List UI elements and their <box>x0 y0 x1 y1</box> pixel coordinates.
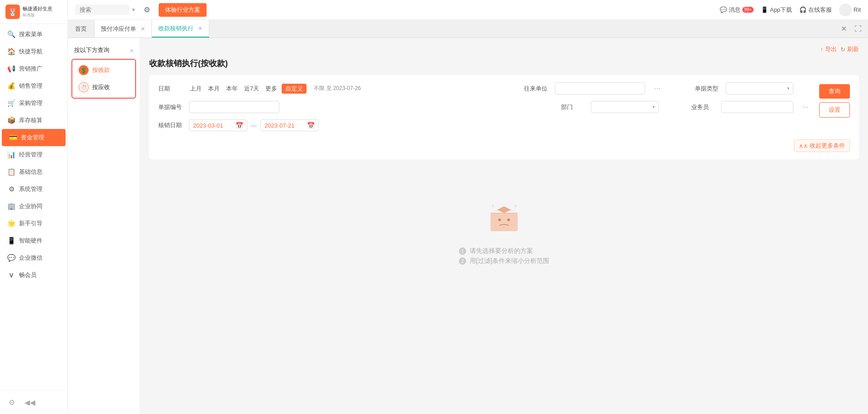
filter-collapse-icon[interactable]: » <box>130 47 133 54</box>
date-7days[interactable]: 近7天 <box>242 84 261 94</box>
export-icon: ↑ <box>821 46 824 53</box>
sidebar-item-label: 库存核算 <box>19 116 42 124</box>
header-gear-button[interactable]: ⚙ <box>141 4 153 16</box>
message-button[interactable]: 💬 消息 99+ <box>720 6 754 14</box>
sidebar-item-label: 系统管理 <box>19 185 42 193</box>
app-icon: 📱 <box>761 6 768 13</box>
verify-date-start-calendar-icon[interactable]: 📅 <box>236 122 243 129</box>
sidebar-logo: 🐰 畅捷通好生意 标准版 <box>0 0 67 24</box>
filter-option-by-receivable[interactable]: ⏱ 按应收 <box>72 79 135 96</box>
dropdown-chevron-icon[interactable]: ▾ <box>132 6 135 13</box>
empty-tip-2: 2 用[过滤]条件来缩小分析范围 <box>459 257 549 265</box>
top-header: ▾ ⚙ 体验行业方案 💬 消息 99+ 📱 App下载 🎧 在线客服 Rit <box>68 0 868 20</box>
salesperson-more-btn[interactable]: ··· <box>801 103 810 111</box>
logo-badge: 标准版 <box>23 12 52 18</box>
beginner-icon: 🌟 <box>7 219 15 228</box>
more-conditions-bar: ∧∧ 收起更多条件 <box>158 138 850 152</box>
sidebar-item-label: 搜索菜单 <box>19 30 42 38</box>
verify-date-start-input[interactable] <box>193 122 234 129</box>
tab-prepay[interactable]: 预付冲应付单 ✕ <box>94 20 152 38</box>
sidebar-item-enterprise[interactable]: 🏢 企业协同 <box>0 198 67 215</box>
verify-date-end-calendar-icon[interactable]: 📅 <box>307 122 315 129</box>
collapse-label: 收起更多条件 <box>810 142 845 150</box>
query-buttons: 查询 设置 <box>819 82 850 118</box>
tab-receivable-close[interactable]: ✕ <box>198 25 203 32</box>
refresh-button[interactable]: ↻ 刷新 <box>840 45 859 53</box>
department-label: 部门 <box>561 103 584 111</box>
sidebar-item-inventory[interactable]: 📦 库存核算 <box>0 112 67 129</box>
tab-expand-button[interactable]: ⛶ <box>852 23 864 35</box>
counterpart-more-btn[interactable]: ··· <box>652 85 662 93</box>
verify-date-end-input[interactable] <box>264 122 305 129</box>
sidebar-item-finance[interactable]: 💳 资金管理 <box>2 129 66 146</box>
message-badge: 99+ <box>742 7 754 13</box>
sidebar-item-label: 快捷导航 <box>19 48 42 56</box>
tab-receivable-label: 收款核销执行 <box>158 24 193 33</box>
industry-button[interactable]: 体验行业方案 <box>159 3 207 17</box>
service-icon: 🎧 <box>799 6 807 13</box>
tab-prepay-close[interactable]: ✕ <box>141 26 145 32</box>
search-input[interactable] <box>75 5 129 15</box>
sidebar-nav: 🔍 搜索菜单 🏠 快捷导航 📢 营销推广 💰 销售管理 🛒 采购管理 📦 库存核… <box>0 24 67 390</box>
sidebar-item-label: 资金管理 <box>21 133 44 142</box>
date-this-month[interactable]: 本月 <box>206 84 222 94</box>
tab-bar-actions: ✕ ⛶ <box>837 23 868 35</box>
user-profile[interactable]: Rit <box>839 4 861 16</box>
tab-close-all-button[interactable]: ✕ <box>837 23 850 35</box>
by-receivable-label: 按应收 <box>92 83 110 91</box>
sidebar-item-purchase[interactable]: 🛒 采购管理 <box>0 95 67 112</box>
sidebar-item-weixin[interactable]: 💬 企业微信 <box>0 249 67 266</box>
department-select[interactable] <box>591 101 659 113</box>
date-this-year[interactable]: 本年 <box>224 84 240 94</box>
query-button[interactable]: 查询 <box>819 84 850 99</box>
tab-prepay-label: 预付冲应付单 <box>101 25 136 33</box>
app-download-button[interactable]: 📱 App下载 <box>761 6 792 14</box>
sidebar-item-label: 智能硬件 <box>19 237 42 245</box>
sidebar-item-search-menu[interactable]: 🔍 搜索菜单 <box>0 26 67 43</box>
user-avatar <box>839 4 852 16</box>
doc-type-select[interactable] <box>726 82 793 95</box>
date-more[interactable]: 更多 <box>264 84 279 94</box>
settings-button[interactable]: ⚙ <box>5 395 19 409</box>
salesperson-input[interactable] <box>721 101 793 113</box>
sidebar-item-member[interactable]: V 畅会员 <box>0 266 67 284</box>
empty-illustration: ? ? <box>481 193 527 238</box>
by-receipt-icon: 💲 <box>79 65 89 75</box>
counterpart-input[interactable] <box>555 82 645 95</box>
filter-option-by-receipt[interactable]: 💲 按收款 <box>72 62 135 79</box>
sidebar: 🐰 畅捷通好生意 标准版 🔍 搜索菜单 🏠 快捷导航 📢 营销推广 💰 销售管理… <box>0 0 68 414</box>
svg-point-4 <box>507 219 510 221</box>
content-area: 按以下方查询 » 💲 按收款 ⏱ 按应收 ↑ 导出 <box>68 38 868 414</box>
date-custom[interactable]: 自定义 <box>282 84 307 94</box>
sidebar-item-marketing[interactable]: 📢 营销推广 <box>0 60 67 77</box>
sidebar-item-basic[interactable]: 📋 基础信息 <box>0 163 67 181</box>
doc-number-input[interactable] <box>189 101 279 113</box>
date-last-month[interactable]: 上月 <box>188 84 203 94</box>
collapse-conditions-button[interactable]: ∧∧ 收起更多条件 <box>794 139 850 152</box>
export-label: 导出 <box>825 45 837 53</box>
main-content: ↑ 导出 ↻ 刷新 收款核销执行(按收款) <box>140 38 868 414</box>
sidebar-item-sales[interactable]: 💰 销售管理 <box>0 77 67 95</box>
date-range-divider: — <box>251 122 257 129</box>
sidebar-item-hardware[interactable]: 📱 智能硬件 <box>0 232 67 249</box>
tab-home[interactable]: 首页 <box>68 20 94 38</box>
export-button[interactable]: ↑ 导出 <box>821 45 837 53</box>
verify-date-label: 核销日期 <box>158 121 182 129</box>
sidebar-item-label: 采购管理 <box>19 99 42 107</box>
date-no-limit: 不限 至 2023-07-26 <box>314 85 361 92</box>
department-select-wrap <box>591 101 659 113</box>
sidebar-item-label: 企业协同 <box>19 202 42 210</box>
online-service-button[interactable]: 🎧 在线客服 <box>799 6 832 14</box>
sidebar-item-beginner[interactable]: 🌟 新手引导 <box>0 215 67 232</box>
salesperson-label: 业务员 <box>691 103 714 111</box>
svg-text:?: ? <box>514 205 517 209</box>
sidebar-item-system[interactable]: ⚙ 系统管理 <box>0 181 67 198</box>
sidebar-item-quick-nav[interactable]: 🏠 快捷导航 <box>0 43 67 60</box>
header-brand: ▾ <box>75 5 135 15</box>
settings-button[interactable]: 设置 <box>819 102 850 118</box>
collapse-sidebar-button[interactable]: ◀◀ <box>23 395 37 409</box>
sidebar-item-operation[interactable]: 📊 经营管理 <box>0 146 67 163</box>
finance-icon: 💳 <box>9 133 17 142</box>
sidebar-item-label: 经营管理 <box>19 151 42 159</box>
tab-receivable[interactable]: 收款核销执行 ✕ <box>152 20 209 38</box>
